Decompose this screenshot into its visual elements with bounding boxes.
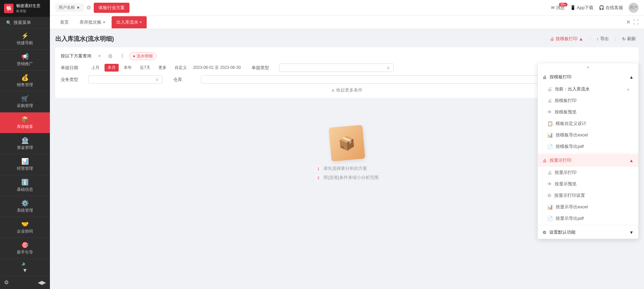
dropdown-display-excel[interactable]: 📊 按显示导出excel	[538, 201, 638, 213]
tabs-bar: 首页 库存批次账 × 出入库流水 × ✕ ⛶	[50, 16, 644, 29]
date-btn-7days[interactable]: 近7天	[137, 64, 153, 72]
nav-label-newbie: 新手引导	[17, 249, 33, 255]
close-inventory-batch-tab[interactable]: ×	[103, 20, 106, 25]
user-area[interactable]: 用户名称 ▼	[55, 3, 84, 12]
date-btn-last-month[interactable]: 上月	[88, 64, 103, 72]
topbar-left: 用户名称 ▼ ⚙ 体验行业方案	[55, 3, 551, 13]
dropdown-scroll-up[interactable]: ▲	[538, 63, 638, 71]
current-template-arrow: ›	[627, 87, 629, 92]
filter-scheme-label: 按以下方案查询	[61, 53, 91, 59]
template-pdf-label: 按模板导出pdf	[556, 143, 584, 150]
sidebar-item-app-center[interactable]: 🔧 应用中心	[0, 259, 50, 265]
inventory-icon: 📦	[21, 116, 29, 123]
template-print-btn[interactable]: 🖨 按模板打印 ▲	[547, 34, 586, 43]
message-btn[interactable]: ✉ 消息 99+	[551, 5, 565, 11]
dropdown-display-print[interactable]: 🖨 按显示打印	[538, 167, 638, 178]
nav-label-quick-nav: 快捷导航	[17, 40, 33, 46]
trial-btn[interactable]: 体验行业方案	[94, 3, 129, 13]
sidebar-item-basic-info[interactable]: ℹ️ 基础信息	[0, 175, 50, 196]
template-print-item-icon: 🖨	[547, 98, 552, 103]
filter-settings-icon: ⚙	[108, 53, 113, 59]
sidebar-item-newbie[interactable]: 🎯 新手引导	[0, 238, 50, 259]
sidebar-item-marketing[interactable]: 📢 营销推广	[0, 50, 50, 71]
filter-add-btn[interactable]: +	[95, 52, 104, 60]
tab-home[interactable]: 首页	[55, 16, 74, 28]
app-download-btn[interactable]: 📱 App下载	[570, 5, 593, 11]
display-section-chevron: ▲	[629, 158, 634, 163]
sidebar-item-enterprise[interactable]: 🤝 企业协同	[0, 217, 50, 238]
date-btn-more[interactable]: 更多	[155, 64, 170, 72]
sidebar-item-quick-nav[interactable]: ⚡ 快捷导航	[0, 29, 50, 50]
dropdown-display-preview[interactable]: 👁 按显示预览	[538, 178, 638, 190]
app-edition: 标准版	[16, 9, 40, 14]
dropdown-display-print-settings[interactable]: ⚙ 按显示打印设置	[538, 190, 638, 201]
user-avatar[interactable]: 用户	[628, 3, 639, 13]
dropdown-template-pdf[interactable]: 📄 按模板导出pdf	[538, 141, 638, 152]
export-btn[interactable]: ↑ 导出	[594, 34, 612, 43]
template-pdf-icon: 📄	[547, 144, 553, 149]
dropdown-current-template[interactable]: 🖨 当前：出入库流水 ›	[538, 83, 638, 95]
sidebar-item-inventory[interactable]: 📦 库存核算	[0, 112, 50, 133]
sidebar-item-finance[interactable]: 🏦 资金管理	[0, 133, 50, 154]
dropdown-template-design[interactable]: 📋 模板自定义设计	[538, 118, 638, 129]
date-btn-this-month[interactable]: 本月	[105, 64, 119, 72]
date-range-text: 2023-06-01 至 2023-06-30	[193, 65, 241, 71]
refresh-btn[interactable]: ↻ 刷新	[619, 34, 639, 43]
display-print-icon: 🖨	[547, 170, 552, 175]
empty-hint-1: 1 请先选择要分析的方案	[315, 165, 378, 172]
filter-collapse-btn[interactable]: 《	[117, 52, 125, 60]
sidebar-item-purchase[interactable]: 🛒 采购管理	[0, 91, 50, 112]
nav-label-system: 系统管理	[17, 208, 33, 213]
app-center-icon: 🔧	[21, 262, 29, 265]
online-service-btn[interactable]: 🎧 在线客服	[599, 5, 623, 11]
dropdown-template-print-header[interactable]: 🖨 按模板打印 ▲	[538, 71, 638, 83]
filter-row-top: 按以下方案查询 + ⚙ 《 ● 流水明细	[61, 52, 633, 60]
tab-warehouse-flow[interactable]: 出入库流水 ×	[112, 16, 147, 28]
dropdown-display-pdf[interactable]: 📄 按显示导出pdf	[538, 213, 638, 224]
default-settings-label: 设置默认功能	[549, 229, 576, 235]
close-warehouse-flow-tab[interactable]: ×	[140, 20, 142, 25]
type-filter-select[interactable]: ∨	[279, 63, 394, 72]
filter-tag-dot: ●	[133, 54, 135, 58]
sidebar-item-operations[interactable]: 📊 经营管理	[0, 154, 50, 175]
hint-num-1: 1	[315, 166, 321, 172]
action-divider-2: |	[615, 36, 616, 42]
sidebar-item-sales[interactable]: 💰 销售管理	[0, 71, 50, 91]
filter-tag[interactable]: ● 流水明细	[129, 52, 156, 60]
page-header: 出入库流水(流水明细) 🖨 按模板打印 ▲ | ↑ 导出 | ↻	[55, 34, 639, 43]
dropdown-display-print-header[interactable]: 🖨 按显示打印 ▲	[538, 154, 638, 167]
date-btn-custom[interactable]: 自定义	[172, 64, 190, 72]
dropdown-template-excel[interactable]: 📊 按模板导出excel	[538, 129, 638, 141]
collapse-sidebar-icon[interactable]: ◀▶	[38, 279, 46, 286]
user-name: 用户名称	[59, 5, 75, 10]
filter-settings-btn[interactable]: ⚙	[106, 52, 114, 60]
sidebar-search[interactable]: 🔍 搜索菜单	[0, 17, 50, 29]
business-filter-select[interactable]: ∨	[88, 75, 163, 84]
tab-inventory-batch[interactable]: 库存批次账 ×	[75, 16, 110, 28]
display-pdf-icon: 📄	[547, 216, 553, 221]
quick-nav-icon: ⚡	[21, 32, 29, 40]
display-preview-label: 按显示预览	[555, 181, 577, 187]
dropdown-template-preview[interactable]: 👁 按模板预览	[538, 106, 638, 118]
sidebar-scroll-down[interactable]: ▼	[0, 265, 50, 275]
close-window-icon[interactable]: ✕	[626, 19, 631, 25]
dropdown-default-settings-header[interactable]: ⚙ 设置默认功能 ▼	[538, 226, 638, 239]
dropdown-template-print[interactable]: 🖨 按模板打印	[538, 95, 638, 106]
collapse-icon: 《	[118, 53, 124, 60]
tab-inventory-batch-label: 库存批次账	[80, 19, 101, 25]
business-filter-label: 业务类型	[61, 77, 84, 83]
scroll-up-icon: ▲	[586, 64, 590, 69]
headset-icon: 🎧	[599, 5, 604, 10]
settings-bottom-icon[interactable]: ⚙	[4, 279, 9, 286]
export-label: 导出	[600, 36, 609, 42]
sidebar-item-system[interactable]: ⚙️ 系统管理	[0, 196, 50, 217]
date-btn-this-year[interactable]: 本年	[121, 64, 135, 72]
enterprise-icon: 🤝	[21, 220, 29, 228]
maximize-window-icon[interactable]: ⛶	[633, 19, 639, 25]
template-excel-label: 按模板导出excel	[556, 132, 588, 138]
topbar-settings-icon[interactable]: ⚙	[86, 4, 91, 11]
current-template-icon: 🖨	[547, 86, 552, 92]
nav-label-enterprise: 企业协同	[17, 229, 33, 234]
tab-warehouse-flow-label: 出入库流水	[116, 19, 138, 25]
app-download-label: App下载	[577, 5, 593, 11]
